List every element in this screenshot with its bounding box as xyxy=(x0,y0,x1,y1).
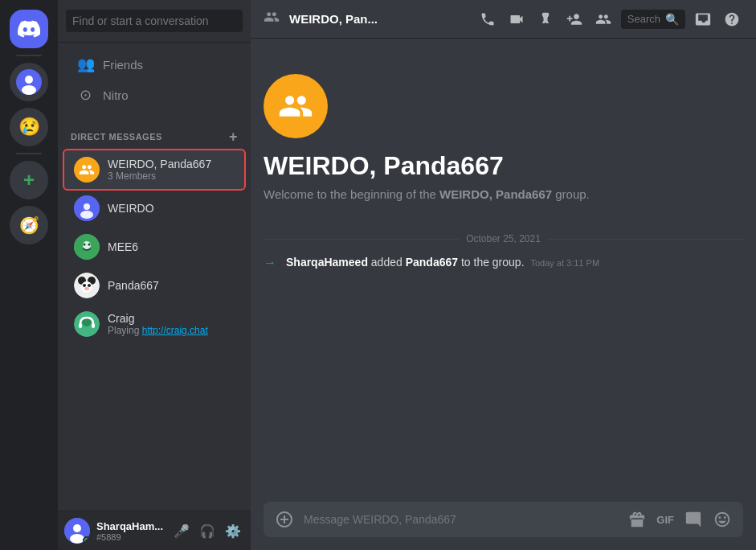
svg-point-5 xyxy=(80,211,93,219)
inbox-button[interactable] xyxy=(692,8,714,31)
server-sidebar: 😢 + 🧭 xyxy=(0,0,58,550)
message-action: added xyxy=(368,256,406,269)
message-input-area: GIF xyxy=(251,502,756,550)
svg-rect-20 xyxy=(92,323,95,328)
current-user-tag: #5889 xyxy=(96,532,164,542)
gif-button[interactable]: GIF xyxy=(655,508,676,531)
system-message-text: SharqaHameed added Panda667 to the group… xyxy=(286,254,599,271)
svg-point-9 xyxy=(88,244,91,246)
message-timestamp: Today at 3:11 PM xyxy=(530,258,599,268)
dm-item-group-weirdo-panda[interactable]: WEIRDO, Panda667 3 Members ← xyxy=(64,150,244,189)
svg-point-22 xyxy=(73,524,81,532)
deafen-button[interactable]: 🎧 xyxy=(196,519,219,542)
message-input[interactable] xyxy=(304,505,618,534)
group-desc-suffix: group. xyxy=(552,187,590,201)
mee6-info: MEE6 xyxy=(108,240,235,253)
server-icon-avatar[interactable] xyxy=(10,63,48,101)
user-settings-button[interactable]: ⚙️ xyxy=(222,519,244,542)
emoji-button[interactable] xyxy=(711,508,734,531)
add-dm-button[interactable]: + xyxy=(229,129,238,144)
svg-point-8 xyxy=(84,244,86,246)
group-avatar-large xyxy=(264,74,328,138)
system-message-icon: → xyxy=(264,256,276,270)
dm-sidebar: 👥 Friends ⊙ Nitro DIRECT MESSAGES + WEIR… xyxy=(58,0,251,550)
mee6-name: MEE6 xyxy=(108,240,235,253)
svg-point-14 xyxy=(83,284,86,287)
user-status-dot xyxy=(83,536,90,544)
nitro-nav-item[interactable]: ⊙ Nitro xyxy=(64,80,244,110)
members-list-button[interactable] xyxy=(592,8,615,31)
message-sender: SharqaHameed xyxy=(286,256,368,269)
gift-button[interactable] xyxy=(626,508,648,531)
message-input-actions: GIF xyxy=(626,508,734,531)
group-title: WEIRDO, Panda667 xyxy=(264,151,504,181)
group-dm-members: 3 Members xyxy=(108,170,235,182)
channel-header: WEIRDO, Pan... xyxy=(251,0,756,39)
search-container[interactable]: Search 🔍 xyxy=(621,10,685,29)
current-user-avatar xyxy=(64,518,90,544)
date-divider: October 25, 2021 xyxy=(264,220,743,251)
dm-section-header: DIRECT MESSAGES + xyxy=(58,117,251,147)
friends-label: Friends xyxy=(103,58,143,72)
dm-section-title: DIRECT MESSAGES xyxy=(71,132,162,142)
panda-info: Panda667 xyxy=(108,279,235,292)
channel-type-icon xyxy=(264,9,280,29)
server-icon-discord[interactable] xyxy=(10,10,48,48)
add-server-button[interactable]: + xyxy=(10,161,48,199)
panda-avatar xyxy=(74,273,100,298)
dm-navigation: 👥 Friends ⊙ Nitro xyxy=(58,43,251,117)
search-icon: 🔍 xyxy=(665,13,679,26)
craig-name: Craig xyxy=(108,312,235,325)
help-button[interactable] xyxy=(721,8,743,31)
weirdo-avatar xyxy=(74,195,100,221)
dm-item-panda[interactable]: Panda667 xyxy=(64,266,244,305)
friends-nav-item[interactable]: 👥 Friends xyxy=(64,49,244,80)
svg-rect-19 xyxy=(79,323,82,328)
svg-point-1 xyxy=(25,76,33,84)
svg-point-4 xyxy=(84,203,90,210)
find-conversation-input[interactable] xyxy=(66,10,243,32)
system-message: → SharqaHameed added Panda667 to the gro… xyxy=(264,251,743,274)
craig-avatar xyxy=(74,311,100,337)
weirdo-info: WEIRDO xyxy=(108,202,235,215)
group-dm-info: WEIRDO, Panda667 3 Members xyxy=(108,158,235,182)
craig-info: Craig Playing http://craig.chat xyxy=(108,312,235,336)
weirdo-name: WEIRDO xyxy=(108,202,235,215)
dm-item-weirdo[interactable]: WEIRDO xyxy=(64,189,244,228)
explore-servers-button[interactable]: 🧭 xyxy=(10,206,48,244)
message-input-container: GIF xyxy=(264,502,743,537)
date-divider-text: October 25, 2021 xyxy=(466,233,541,244)
video-call-button[interactable] xyxy=(505,8,528,31)
user-panel: SharqaHam... #5889 🎤 🎧 ⚙️ xyxy=(58,511,251,550)
nitro-label: Nitro xyxy=(103,88,129,102)
group-desc-bold: WEIRDO, Panda667 xyxy=(439,187,552,201)
panda-name: Panda667 xyxy=(108,279,235,292)
attach-button[interactable] xyxy=(273,502,296,537)
search-placeholder-text: Search xyxy=(627,13,660,25)
group-dm-name: WEIRDO, Panda667 xyxy=(108,158,235,170)
server-divider-2 xyxy=(16,153,42,154)
main-content: WEIRDO, Pan... xyxy=(251,0,756,550)
current-user-name: SharqaHam... xyxy=(96,520,164,532)
add-member-button[interactable] xyxy=(563,8,586,31)
mee6-avatar xyxy=(74,234,100,260)
dm-item-craig[interactable]: Craig Playing http://craig.chat xyxy=(64,305,244,343)
svg-point-16 xyxy=(84,287,89,290)
friends-icon: 👥 xyxy=(77,55,93,73)
header-actions: Search 🔍 xyxy=(476,8,743,31)
message-suffix: to the group. xyxy=(458,256,525,269)
server-divider xyxy=(16,55,42,56)
pin-button[interactable] xyxy=(534,8,557,31)
craig-link[interactable]: http://craig.chat xyxy=(142,325,208,336)
phone-call-button[interactable] xyxy=(476,8,499,31)
server-icon-emoji[interactable]: 😢 xyxy=(10,108,48,146)
group-description: Welcome to the beginning of the WEIRDO, … xyxy=(264,187,590,201)
mute-button[interactable]: 🎤 xyxy=(170,519,193,542)
current-user-info: SharqaHam... #5889 xyxy=(96,520,164,542)
group-desc-prefix: Welcome to the beginning of the xyxy=(264,187,439,201)
svg-point-2 xyxy=(22,85,36,95)
craig-sub: Playing http://craig.chat xyxy=(108,325,235,336)
dm-item-mee6[interactable]: MEE6 xyxy=(64,228,244,266)
sticker-button[interactable] xyxy=(682,508,705,531)
nitro-icon: ⊙ xyxy=(77,86,93,104)
